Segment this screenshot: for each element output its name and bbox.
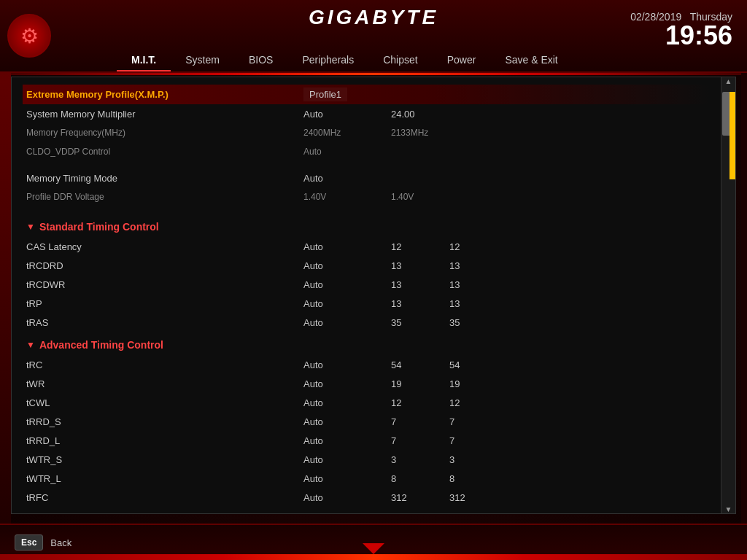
- val-trfc-1: Auto: [303, 492, 391, 503]
- tab-bios[interactable]: BIOS: [234, 50, 287, 71]
- tab-chipset[interactable]: Chipset: [368, 50, 432, 71]
- row-twr[interactable]: tWR Auto 19 19: [26, 374, 706, 393]
- label-trrd-l: tRRD_L: [26, 435, 303, 446]
- logo-area: GIGABYTE: [309, 6, 438, 29]
- xmp-label: Extreme Memory Profile(X.M.P.): [26, 89, 303, 100]
- xmp-row[interactable]: Extreme Memory Profile(X.M.P.) Profile1: [23, 85, 710, 104]
- triangle-standard-icon: ▼: [26, 222, 35, 232]
- bottom-center-triangle: [363, 543, 384, 554]
- nav-tabs: M.I.T. System BIOS Peripherals Chipset P…: [0, 42, 747, 71]
- row-profile-ddr-voltage[interactable]: Profile DDR Voltage 1.40V 1.40V: [26, 187, 706, 206]
- label-trp: tRP: [26, 298, 303, 309]
- val-trcdwr-3: 13: [449, 279, 508, 290]
- val-trrd-s-3: 7: [449, 416, 508, 427]
- right-accent: [741, 73, 747, 524]
- val-tras-1: Auto: [303, 317, 391, 328]
- val-trfc2-2: 192: [391, 511, 449, 515]
- left-accent: [0, 73, 11, 524]
- val-trcdrd-2: 13: [391, 260, 449, 271]
- val-trc-3: 54: [449, 359, 508, 370]
- val-tcwl-2: 12: [391, 397, 449, 408]
- val-twtr-s-1: Auto: [303, 454, 391, 465]
- settings-table: Extreme Memory Profile(X.M.P.) Profile1 …: [12, 77, 721, 514]
- label-profile-ddr-voltage: Profile DDR Voltage: [26, 192, 303, 202]
- advanced-timing-header[interactable]: ▼ Advanced Timing Control: [26, 335, 706, 355]
- triangle-advanced-icon: ▼: [26, 340, 35, 350]
- label-tras: tRAS: [26, 317, 303, 328]
- row-cas-latency[interactable]: CAS Latency Auto 12 12: [26, 237, 706, 256]
- val-trfc-3: 312: [449, 492, 508, 503]
- tab-save-exit[interactable]: Save & Exit: [490, 50, 572, 71]
- label-trfc2: tRFC2: [26, 511, 303, 515]
- tab-system[interactable]: System: [171, 50, 234, 71]
- val-trcdrd-3: 13: [449, 260, 508, 271]
- spacer-2: [26, 206, 706, 214]
- label-trcdrd: tRCDRD: [26, 260, 303, 271]
- label-memory-frequency: Memory Frequency(MHz): [26, 128, 303, 138]
- content-area: Extreme Memory Profile(X.M.P.) Profile1 …: [11, 77, 736, 514]
- val-trp-3: 13: [449, 298, 508, 309]
- val-cas-latency-3: 12: [449, 241, 508, 252]
- label-twtr-s: tWTR_S: [26, 454, 303, 465]
- label-trfc: tRFC: [26, 492, 303, 503]
- header-line: [0, 73, 747, 75]
- row-twtr-s[interactable]: tWTR_S Auto 3 3: [26, 450, 706, 469]
- esc-key[interactable]: Esc: [15, 534, 43, 551]
- row-twtr-l[interactable]: tWTR_L Auto 8 8: [26, 469, 706, 488]
- gigabyte-logo: GIGABYTE: [309, 6, 438, 29]
- bottom-decoration: [0, 554, 747, 560]
- val-trcdwr-1: Auto: [303, 279, 391, 290]
- label-trc: tRC: [26, 359, 303, 370]
- back-label: Back: [50, 537, 71, 548]
- row-trc[interactable]: tRC Auto 54 54: [26, 355, 706, 374]
- scroll-indicator-thumb: [729, 92, 735, 179]
- tab-mit[interactable]: M.I.T.: [117, 50, 171, 71]
- label-cldo-vddp: CLDO_VDDP Control: [26, 147, 303, 157]
- val-trp-1: Auto: [303, 298, 391, 309]
- val-cldo-vddp-1: Auto: [303, 147, 391, 157]
- row-system-memory-multiplier[interactable]: System Memory Multiplier Auto 24.00: [26, 104, 706, 123]
- val-twr-1: Auto: [303, 378, 391, 389]
- top-bar: ⚙ GIGABYTE 02/28/2019 Thursday 19:56 M.I…: [0, 0, 747, 73]
- tab-peripherals[interactable]: Peripherals: [287, 50, 368, 71]
- row-trfc2[interactable]: tRFC2 Auto 192 192: [26, 507, 706, 514]
- val-profile-ddr-voltage-2: 1.40V: [391, 192, 449, 202]
- val-tras-3: 35: [449, 317, 508, 328]
- label-twtr-l: tWTR_L: [26, 473, 303, 484]
- val-trfc2-3: 192: [449, 511, 508, 515]
- val-cas-latency-1: Auto: [303, 241, 391, 252]
- val-profile-ddr-voltage-1: 1.40V: [303, 192, 391, 202]
- val-trp-2: 13: [391, 298, 449, 309]
- label-memory-timing-mode: Memory Timing Mode: [26, 173, 303, 184]
- val-trrd-l-1: Auto: [303, 435, 391, 446]
- val-memory-frequency-1: 2400MHz: [303, 128, 391, 138]
- row-tcwl[interactable]: tCWL Auto 12 12: [26, 393, 706, 412]
- val-trrd-s-2: 7: [391, 416, 449, 427]
- val-twr-3: 19: [449, 378, 508, 389]
- row-cldo-vddp[interactable]: CLDO_VDDP Control Auto: [26, 142, 706, 161]
- val-trcdwr-2: 13: [391, 279, 449, 290]
- row-trp[interactable]: tRP Auto 13 13: [26, 294, 706, 313]
- tab-power[interactable]: Power: [433, 50, 491, 71]
- xmp-value: Profile1: [303, 88, 347, 101]
- row-memory-timing-mode[interactable]: Memory Timing Mode Auto: [26, 168, 706, 187]
- row-tras[interactable]: tRAS Auto 35 35: [26, 313, 706, 332]
- val-system-memory-multiplier-2: 24.00: [391, 109, 449, 120]
- val-trc-2: 54: [391, 359, 449, 370]
- val-trcdrd-1: Auto: [303, 260, 391, 271]
- row-trrd-l[interactable]: tRRD_L Auto 7 7: [26, 431, 706, 450]
- val-twtr-l-1: Auto: [303, 473, 391, 484]
- val-trrd-l-2: 7: [391, 435, 449, 446]
- label-system-memory-multiplier: System Memory Multiplier: [26, 109, 303, 120]
- row-trrd-s[interactable]: tRRD_S Auto 7 7: [26, 412, 706, 431]
- row-trcdwr[interactable]: tRCDWR Auto 13 13: [26, 275, 706, 294]
- val-trrd-l-3: 7: [449, 435, 508, 446]
- label-trcdwr: tRCDWR: [26, 279, 303, 290]
- row-memory-frequency[interactable]: Memory Frequency(MHz) 2400MHz 2133MHz: [26, 123, 706, 142]
- scroll-indicator: [729, 77, 735, 513]
- row-trfc[interactable]: tRFC Auto 312 312: [26, 488, 706, 507]
- val-trrd-s-1: Auto: [303, 416, 391, 427]
- standard-timing-header[interactable]: ▼ Standard Timing Control: [26, 217, 706, 237]
- label-trrd-s: tRRD_S: [26, 416, 303, 427]
- row-trcdrd[interactable]: tRCDRD Auto 13 13: [26, 256, 706, 275]
